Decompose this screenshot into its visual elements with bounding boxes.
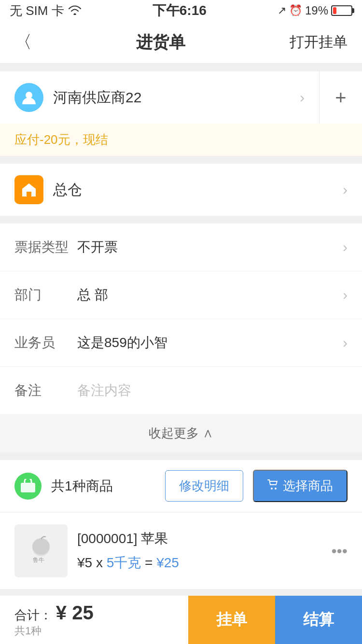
svg-point-4 — [275, 488, 277, 490]
hang-button[interactable]: 挂单 — [188, 596, 275, 644]
total-amount: ¥ 25 — [56, 602, 94, 623]
invoice-label: 票据类型 — [14, 238, 77, 256]
product-price: ¥5 x 5千克 = ¥25 — [77, 554, 321, 572]
product-item: 鲁牛 [0000001] 苹果 ¥5 x 5千克 = ¥25 ••• — [0, 513, 362, 589]
salesman-value: 这是859的小智 — [77, 334, 343, 352]
collapse-button[interactable]: 收起更多 ∧ — [0, 414, 362, 452]
supplier-name: 河南供应商22 — [53, 88, 300, 108]
chevron-right-icon: › — [300, 89, 305, 106]
svg-point-6 — [32, 538, 50, 555]
add-supplier-button[interactable]: + — [320, 71, 362, 124]
more-options-button[interactable]: ••• — [331, 542, 348, 560]
salesman-label: 业务员 — [14, 334, 77, 352]
department-label: 部门 — [14, 286, 77, 304]
form-row-department[interactable]: 部门 总 部 › — [0, 271, 362, 319]
product-qty: 5千克 — [107, 555, 141, 570]
carrier-label: 无 SIM 卡 — [10, 2, 64, 19]
chevron-right-icon: › — [343, 239, 348, 255]
alarm-icon: ⏰ — [289, 4, 302, 17]
supplier-section: 河南供应商22 › + — [0, 71, 362, 124]
svg-point-3 — [271, 488, 273, 490]
warehouse-section[interactable]: 总仓 › — [0, 164, 362, 216]
open-hang-button[interactable]: 打开挂单 — [290, 32, 348, 52]
main-content: 河南供应商22 › + 应付-20元，现结 总仓 › 票据类型 不开票 › 部门… — [0, 71, 362, 637]
total-label: 合计： — [14, 608, 52, 622]
form-section: 票据类型 不开票 › 部门 总 部 › 业务员 这是859的小智 › 备注 备注… — [0, 224, 362, 414]
battery-icon — [331, 5, 352, 16]
svg-text:鲁牛: 鲁牛 — [33, 557, 44, 563]
form-row-salesman[interactable]: 业务员 这是859的小智 › — [0, 319, 362, 367]
product-total: ¥25 — [156, 555, 179, 570]
cart-icon — [267, 478, 279, 493]
remark-label: 备注 — [14, 381, 77, 400]
payable-note: 应付-20元，现结 — [0, 124, 362, 156]
nav-bar: 〈 进货单 打开挂单 — [0, 21, 362, 64]
edit-detail-button[interactable]: 修改明细 — [165, 470, 243, 502]
time-label: 下午6:16 — [153, 1, 207, 20]
warehouse-name: 总仓 — [53, 180, 343, 200]
battery-percent: 19% — [305, 4, 328, 17]
invoice-value: 不开票 — [77, 238, 343, 256]
status-right: ↗ ⏰ 19% — [278, 4, 352, 17]
product-count-text: 共1种商品 — [51, 477, 155, 495]
multiply-sign: x — [96, 555, 107, 570]
form-row-invoice[interactable]: 票据类型 不开票 › — [0, 224, 362, 271]
product-count-icon — [14, 473, 42, 500]
equals-sign: = — [145, 555, 156, 570]
svg-rect-2 — [21, 483, 35, 492]
total-section: 合计： ¥ 25 共1种 — [0, 602, 188, 638]
back-button[interactable]: 〈 — [14, 30, 32, 54]
bottom-bar: 合计： ¥ 25 共1种 挂单 结算 — [0, 596, 362, 644]
chevron-right-icon: › — [343, 182, 348, 198]
supplier-row[interactable]: 河南供应商22 › — [0, 71, 320, 124]
select-product-button[interactable]: 选择商品 — [253, 470, 348, 502]
svg-point-0 — [26, 92, 32, 98]
status-bar: 无 SIM 卡 下午6:16 ↗ ⏰ 19% — [0, 0, 362, 21]
form-row-remark[interactable]: 备注 备注内容 — [0, 367, 362, 414]
location-icon: ↗ — [278, 4, 286, 17]
status-left: 无 SIM 卡 — [10, 2, 82, 19]
page-title: 进货单 — [136, 31, 185, 54]
supplier-avatar — [14, 83, 43, 112]
wifi-icon — [68, 3, 82, 18]
department-value: 总 部 — [77, 286, 343, 304]
total-sub: 共1种 — [14, 624, 174, 638]
chevron-right-icon: › — [343, 335, 348, 351]
product-thumbnail: 鲁牛 — [14, 524, 68, 577]
product-info: [0000001] 苹果 ¥5 x 5千克 = ¥25 — [77, 530, 321, 572]
settle-button[interactable]: 结算 — [275, 596, 362, 644]
chevron-right-icon: › — [343, 287, 348, 303]
price-unit: ¥5 — [77, 555, 92, 570]
product-header: 共1种商品 修改明细 选择商品 — [0, 460, 362, 512]
remark-placeholder: 备注内容 — [77, 381, 348, 400]
select-product-label: 选择商品 — [283, 477, 333, 494]
svg-rect-1 — [27, 192, 31, 196]
warehouse-icon — [14, 175, 43, 204]
product-name: [0000001] 苹果 — [77, 530, 321, 548]
